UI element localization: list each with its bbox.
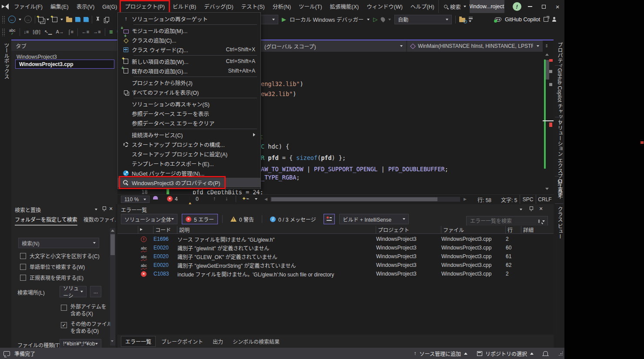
debug-target-dropdown-icon[interactable]: [367, 19, 370, 20]
active-document-tab[interactable]: WindowsProject3.cpp: [15, 60, 114, 69]
search-dropdown-icon[interactable]: [542, 220, 545, 222]
error-row[interactable]: abc E0020 識別子 "glewGetErrorString" が定義され…: [117, 261, 554, 269]
toolbar-grip[interactable]: [2, 16, 5, 23]
startup-config-combo[interactable]: 自動: [394, 15, 452, 24]
menu-item-show-all-files[interactable]: すべてのファイルを表示(O): [118, 87, 260, 97]
github-copilot-icon[interactable]: [495, 17, 501, 22]
menu-view[interactable]: 表示(V): [73, 1, 99, 13]
navigate-list-icon[interactable]: [469, 17, 473, 22]
scroll-thumb[interactable]: [110, 234, 115, 255]
horizontal-scrollbar[interactable]: [270, 197, 460, 202]
code-cleanup-dropdown-icon[interactable]: [255, 198, 257, 200]
include-misc-checkbox[interactable]: ✓: [61, 322, 67, 328]
new-file-button[interactable]: ✦: [52, 17, 57, 22]
hscroll-thumb[interactable]: [271, 197, 437, 201]
whole-word-checkbox[interactable]: [20, 264, 26, 270]
splitter-icon[interactable]: ⇕: [545, 43, 551, 49]
zoom-combo[interactable]: 110 %: [121, 196, 150, 203]
menu-file[interactable]: ファイル(F): [10, 1, 47, 13]
notifications-bell-icon[interactable]: [543, 351, 548, 356]
hscroll-right-icon[interactable]: ▶: [464, 197, 467, 201]
word-wrap-icon[interactable]: A→: [56, 30, 63, 34]
error-search-input[interactable]: [469, 218, 538, 225]
error-count-icon[interactable]: ×: [167, 196, 173, 202]
close-panel-icon[interactable]: ×: [109, 205, 113, 212]
feedback-button[interactable]: !: [511, 2, 523, 11]
panel-dropdown-icon[interactable]: [95, 209, 97, 210]
sidebar-tab-toolbox[interactable]: ツールボックス: [3, 43, 10, 79]
tab-find-in-files[interactable]: 複数のファイルで: [83, 216, 116, 226]
scroll-down-icon[interactable]: [545, 188, 549, 190]
member-nav-combo[interactable]: WinMain(HINSTANCE hInst, HINSTANCE, LPST…: [407, 40, 543, 52]
menu-debug[interactable]: デバッグ(D): [200, 1, 237, 13]
debug-target-label[interactable]: ローカル Windows デバッガー: [290, 15, 364, 23]
header-project[interactable]: プロジェクト: [376, 226, 441, 233]
menu-item-add-new-item[interactable]: ✦ 新しい項目の追加(W)... Ctrl+Shift+A: [118, 57, 260, 66]
open-file-button[interactable]: [66, 18, 72, 22]
new-file-dropdown-icon[interactable]: [60, 19, 63, 20]
visual-studio-logo-icon[interactable]: [0, 3, 10, 10]
menu-test[interactable]: テスト(S): [237, 1, 269, 13]
copilot-label[interactable]: GitHub Copilot: [505, 17, 540, 23]
sidebar-tab-copilot-chat[interactable]: GitHub Copilot チャット: [556, 68, 564, 124]
search-box[interactable]: 検索: [438, 0, 466, 13]
hot-reload-icon[interactable]: [380, 16, 386, 22]
error-search-box[interactable]: [466, 216, 548, 226]
errors-filter-button[interactable]: ×5 エラー: [182, 214, 218, 224]
menu-item-retarget-solution[interactable]: ↑ ソリューションの再ターゲット: [118, 14, 260, 23]
start-without-debug-button[interactable]: ▷: [373, 17, 377, 22]
start-debug-button[interactable]: ▶: [282, 17, 286, 22]
error-count[interactable]: 4: [175, 196, 178, 202]
code-cleanup-icon[interactable]: ✦⌁: [242, 196, 249, 202]
spaces-indicator[interactable]: SPC: [520, 195, 536, 204]
cursor-icon[interactable]: ↖▁: [44, 30, 52, 34]
tab-breakpoints[interactable]: ブレークポイント: [157, 336, 207, 346]
error-row[interactable]: abc E0020 識別子 "glewInit" が定義されていません Wind…: [117, 243, 554, 252]
intellisense-icon[interactable]: [153, 196, 158, 199]
menu-item-connected-services[interactable]: 接続済みサービス(C): [118, 130, 260, 140]
menu-edit[interactable]: 編集(E): [47, 1, 73, 13]
menu-item-set-as-startup-project[interactable]: スタートアップ プロジェクトに設定(A): [118, 149, 260, 159]
warning-count[interactable]: 0: [196, 196, 199, 202]
member-list-icon[interactable]: [@]: [33, 30, 40, 34]
browse-button[interactable]: ...: [90, 286, 101, 297]
look-in-combo[interactable]: ソリューシ: [60, 286, 87, 297]
menu-item-add-class[interactable]: クラスの追加(C)...: [118, 35, 260, 45]
match-case-checkbox[interactable]: [20, 253, 26, 259]
find-in-files-icon[interactable]: [459, 18, 465, 22]
menu-item-add-module[interactable]: モジュールの追加(M)...: [118, 26, 260, 35]
scope-nav-combo[interactable]: (グローバル スコープ): [261, 40, 407, 52]
menu-build[interactable]: ビルド(B): [169, 1, 200, 13]
hot-reload-dropdown-icon[interactable]: [388, 19, 391, 20]
header-line[interactable]: 行: [506, 226, 521, 233]
tab-output[interactable]: 出力: [209, 336, 227, 346]
menu-item-export-template[interactable]: テンプレートのエクスポート(E)...: [118, 159, 260, 168]
header-code[interactable]: コード: [153, 226, 177, 233]
menu-item-rescan-solution[interactable]: ソリューションの再スキャン(S): [118, 99, 260, 109]
navigate-back-button[interactable]: ←: [8, 16, 16, 23]
minimize-button[interactable]: [523, 0, 537, 13]
error-row[interactable]: × C1083 include ファイルを開けません。'GL/glew.h':N…: [117, 269, 554, 278]
close-button[interactable]: ×: [551, 0, 564, 13]
hscroll-left-icon[interactable]: ◀: [264, 197, 267, 201]
select-repository-button[interactable]: リポジトリの選択: [477, 350, 534, 357]
new-project-dropdown-icon[interactable]: [47, 19, 49, 20]
spell-check-icon[interactable]: abc✓: [9, 29, 16, 36]
header-severity[interactable]: [138, 226, 153, 233]
sidebar-tab-git-changes[interactable]: Git 変更: [556, 179, 564, 198]
prev-issue-icon[interactable]: ↑: [213, 196, 216, 202]
increase-indent-icon[interactable]: →≡: [93, 30, 100, 34]
close-panel-icon[interactable]: ×: [539, 205, 543, 212]
tab-error-list[interactable]: エラー一覧: [121, 336, 156, 347]
save-all-button[interactable]: [83, 17, 89, 22]
error-row[interactable]: ! E1696 ソース ファイルを開けません "GL/glew.h" Windo…: [117, 235, 554, 243]
regex-checkbox[interactable]: [20, 275, 26, 281]
menu-item-project-properties[interactable]: WindowsProject3 のプロパティの(P): [118, 178, 260, 187]
find-panel-scrollbar[interactable]: [110, 228, 115, 346]
solution-config-combo[interactable]: [261, 15, 278, 24]
menu-git[interactable]: Git(G): [98, 1, 121, 13]
menu-help[interactable]: ヘルプ(H): [407, 1, 438, 13]
header-description[interactable]: 説明: [177, 226, 376, 233]
editor-vertical-scrollbar[interactable]: ⇕: [543, 40, 554, 194]
cut-button[interactable]: [95, 17, 100, 22]
